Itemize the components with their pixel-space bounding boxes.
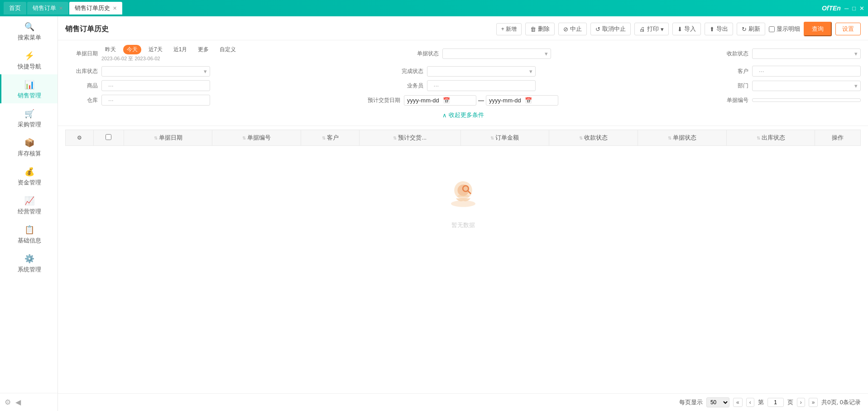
th-out-status[interactable]: ⇅出库状态 bbox=[726, 130, 815, 146]
page-header: 销售订单历史 + 新增 🗑 删除 ⊘ 中止 ↺ 取消中止 🖨 打印 bbox=[58, 16, 868, 40]
warehouse-select[interactable]: ··· bbox=[101, 95, 210, 106]
th-customer[interactable]: ⇅客户 bbox=[301, 130, 360, 146]
th-date[interactable]: ⇅单据日期 bbox=[124, 130, 212, 146]
system-icon: ⚙️ bbox=[24, 254, 34, 264]
completion-status-select[interactable]: ▾ bbox=[427, 66, 536, 77]
goods-select[interactable]: ··· bbox=[101, 80, 210, 91]
collapse-label: 收起更多条件 bbox=[449, 111, 484, 119]
receipt-status-select[interactable]: ▾ bbox=[752, 48, 861, 59]
last-page-btn[interactable]: » bbox=[809, 398, 818, 407]
th-amount[interactable]: ⇅订单金额 bbox=[460, 130, 549, 146]
tab-home-label: 首页 bbox=[9, 4, 21, 12]
page-number-input[interactable] bbox=[767, 398, 784, 407]
calendar-end-icon[interactable]: 📅 bbox=[525, 97, 532, 104]
delivery-date-end-placeholder: yyyy-mm-dd bbox=[489, 97, 521, 104]
th-operation: 操作 bbox=[815, 130, 861, 146]
sort-amount-icon: ⇅ bbox=[490, 135, 494, 140]
tab-sales-order-history[interactable]: 销售订单历史 ✕ bbox=[69, 2, 122, 15]
date-chip-1month[interactable]: 近1月 bbox=[170, 45, 191, 54]
new-button[interactable]: + 新增 bbox=[496, 23, 522, 35]
sidebar-item-system[interactable]: ⚙️ 系统管理 bbox=[0, 248, 58, 277]
tab-sales-order-label: 销售订单 bbox=[33, 4, 56, 12]
show-detail-checkbox-label[interactable]: 显示明细 bbox=[769, 25, 800, 33]
th-number[interactable]: ⇅单据编号 bbox=[212, 130, 301, 146]
order-number-label: 单据编号 bbox=[716, 97, 752, 104]
print-button[interactable]: 🖨 打印 ▾ bbox=[634, 23, 669, 35]
import-button[interactable]: ⬇ 导入 bbox=[672, 23, 701, 35]
salesperson-select[interactable]: ··· bbox=[427, 80, 536, 91]
delivery-date-start-placeholder: yyyy-mm-dd bbox=[407, 97, 439, 104]
delivery-date-end[interactable]: yyyy-mm-dd 📅 bbox=[486, 95, 558, 106]
select-all-checkbox[interactable] bbox=[106, 134, 111, 140]
next-page-btn[interactable]: › bbox=[797, 398, 805, 407]
goods-dots[interactable]: ··· bbox=[108, 82, 114, 89]
top-bar: 首页 销售订单 ✕ 销售订单历史 ✕ OfTEn ─ □ ✕ bbox=[0, 0, 868, 16]
page-size-label: 每页显示 bbox=[679, 398, 703, 406]
page-size-select[interactable]: 50 10 20 100 bbox=[706, 397, 729, 407]
stop-button[interactable]: ⊘ 中止 bbox=[558, 23, 587, 35]
export-button[interactable]: ⬆ 导出 bbox=[705, 23, 733, 35]
customer-select[interactable]: ··· bbox=[752, 66, 861, 77]
delete-button[interactable]: 🗑 删除 bbox=[525, 23, 555, 35]
tab-home[interactable]: 首页 bbox=[4, 2, 26, 15]
date-chip-7days[interactable]: 近7天 bbox=[145, 45, 166, 54]
sidebar-item-operation[interactable]: 📈 经营管理 bbox=[0, 190, 58, 219]
sidebar-item-sales-label: 销售管理 bbox=[18, 92, 41, 100]
calendar-start-icon[interactable]: 📅 bbox=[443, 97, 450, 104]
finance-icon: 💰 bbox=[24, 167, 34, 177]
first-page-btn[interactable]: « bbox=[733, 398, 743, 407]
stop-icon: ⊘ bbox=[563, 26, 568, 33]
department-arrow: ▾ bbox=[854, 82, 858, 89]
date-chip-more[interactable]: 更多 bbox=[194, 45, 212, 54]
filter-row-3: 商品 ··· 业务员 ··· 部门 ▾ bbox=[65, 80, 861, 91]
sidebar-item-quick-nav[interactable]: ⚡ 快捷导航 bbox=[0, 45, 58, 74]
sidebar-item-sales[interactable]: 📊 销售管理 bbox=[0, 74, 58, 103]
query-button[interactable]: 查询 bbox=[804, 22, 832, 36]
th-order-status[interactable]: ⇅单据状态 bbox=[638, 130, 727, 146]
customer-dots[interactable]: ··· bbox=[759, 68, 764, 75]
sidebar-collapse-icon[interactable]: ◀ bbox=[15, 398, 21, 406]
sidebar-item-purchase[interactable]: 🛒 采购管理 bbox=[0, 103, 58, 132]
delivery-date-start[interactable]: yyyy-mm-dd 📅 bbox=[404, 95, 476, 106]
collapse-row[interactable]: ∧ 收起更多条件 bbox=[65, 109, 861, 121]
tab-sales-order-close[interactable]: ✕ bbox=[59, 5, 63, 11]
order-number-input[interactable] bbox=[752, 98, 861, 102]
sidebar-item-finance[interactable]: 💰 资金管理 bbox=[0, 161, 58, 190]
department-select[interactable]: ▾ bbox=[752, 81, 861, 91]
th-settings[interactable]: ⚙ bbox=[66, 130, 94, 146]
sort-customer-icon: ⇅ bbox=[322, 135, 326, 140]
th-receipt-status[interactable]: ⇅收款状态 bbox=[549, 130, 638, 146]
th-delivery[interactable]: ⇅预计交货... bbox=[359, 130, 460, 146]
delivery-date-label: 预计交货日期 bbox=[368, 97, 404, 104]
show-detail-checkbox[interactable] bbox=[769, 26, 775, 32]
settings-button[interactable]: 设置 bbox=[835, 23, 861, 35]
tab-sales-order[interactable]: 销售订单 ✕ bbox=[27, 2, 68, 15]
maximize-btn[interactable]: □ bbox=[852, 5, 856, 12]
date-chip-custom[interactable]: 自定义 bbox=[216, 45, 240, 54]
prev-page-btn[interactable]: ‹ bbox=[746, 398, 754, 407]
warehouse-dots[interactable]: ··· bbox=[108, 97, 114, 104]
date-chip-yesterday[interactable]: 昨天 bbox=[101, 45, 120, 54]
cancel-stop-button[interactable]: ↺ 取消中止 bbox=[590, 23, 631, 35]
filter-row-4: 仓库 ··· 预计交货日期 yyyy-mm-dd 📅 — yyyy-mm-dd … bbox=[65, 95, 861, 106]
close-btn[interactable]: ✕ bbox=[859, 5, 864, 12]
toolbar: + 新增 🗑 删除 ⊘ 中止 ↺ 取消中止 🖨 打印 ▾ bbox=[496, 22, 861, 36]
order-status-select[interactable]: ▾ bbox=[442, 48, 551, 59]
sort-number-icon: ⇅ bbox=[242, 135, 246, 140]
svg-point-0 bbox=[451, 200, 475, 207]
th-amount-label: 订单金额 bbox=[495, 134, 519, 142]
sidebar-settings-icon[interactable]: ⚙ bbox=[5, 398, 11, 406]
tab-sales-order-history-close[interactable]: ✕ bbox=[113, 5, 117, 11]
sidebar-item-quick-nav-label: 快捷导航 bbox=[18, 63, 41, 71]
sidebar-item-search-menu[interactable]: 🔍 搜索菜单 bbox=[0, 16, 58, 45]
date-chip-today[interactable]: 今天 bbox=[123, 45, 141, 54]
refresh-button[interactable]: ↻ 刷新 bbox=[737, 23, 765, 35]
pagination-bar: 每页显示 50 10 20 100 « ‹ 第 页 › » 共0页, 0条记录 bbox=[58, 393, 868, 411]
sidebar-item-info[interactable]: 📋 基础信息 bbox=[0, 219, 58, 248]
no-data-text: 暂无数据 bbox=[451, 221, 475, 229]
minimize-btn[interactable]: ─ bbox=[844, 5, 849, 12]
table-area: ⚙ ⇅单据日期 ⇅单据编号 ⇅客户 ⇅预计交货... bbox=[58, 126, 868, 393]
salesperson-dots[interactable]: ··· bbox=[434, 82, 439, 89]
sidebar-item-inventory[interactable]: 📦 库存核算 bbox=[0, 132, 58, 161]
outbound-status-select[interactable]: ▾ bbox=[101, 66, 210, 77]
